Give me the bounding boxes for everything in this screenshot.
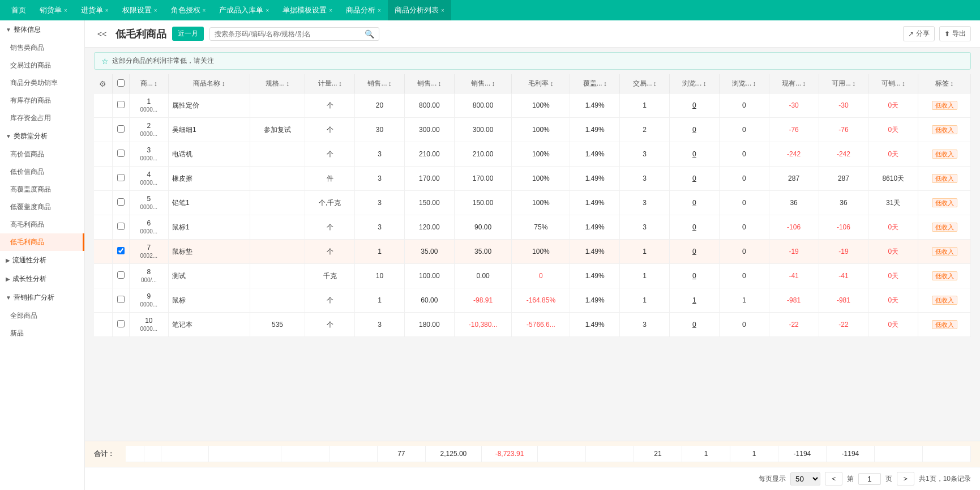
sidebar-item-new-products[interactable]: 新品 [0,325,84,342]
row-views1[interactable]: 1 [669,288,719,313]
row-views1[interactable]: 0 [669,240,719,264]
col-available-header[interactable]: 可用...↕ [819,74,868,93]
close-icon[interactable]: × [329,7,332,14]
col-sales-profit-header[interactable]: 销售...↕ [454,74,512,93]
col-sales-price-header[interactable]: 销售...↕ [404,74,454,93]
search-icon[interactable]: 🔍 [365,29,374,39]
row-checkbox-cell[interactable] [112,93,129,118]
row-checkbox-cell[interactable] [112,215,129,240]
date-filter-button[interactable]: 近一月 [172,27,204,41]
col-name-header[interactable]: 商品名称↕ [169,74,250,93]
sidebar-item-traded-products[interactable]: 交易过的商品 [0,57,84,74]
sidebar-item-stock-capital[interactable]: 库存资金占用 [0,109,84,127]
sidebar-item-low-margin[interactable]: 低毛利商品 [0,233,84,251]
sidebar-item-stocked-products[interactable]: 有库存的商品 [0,92,84,109]
row-checkbox-cell[interactable] [112,313,129,337]
col-settings-header[interactable]: ⚙ [94,74,112,93]
sidebar-section-growth[interactable]: ▶ 成长性分析 [0,270,84,288]
sidebar-section-marketing[interactable]: ▼ 营销推广分析 [0,288,84,307]
share-button[interactable]: ↗ 分享 [903,26,935,41]
row-views1[interactable]: 0 [669,313,719,337]
col-code-header[interactable]: 商...↕ [129,74,169,93]
col-transactions-header[interactable]: 交易...↕ [620,74,670,93]
col-gross-rate-header[interactable]: 毛利率↕ [512,74,570,93]
close-icon[interactable]: × [266,7,269,14]
close-icon[interactable]: × [378,7,381,14]
nav-role-auth[interactable]: 角色授权× [164,0,213,20]
row-checkbox[interactable] [117,247,125,254]
close-icon[interactable]: × [105,7,109,14]
row-code: 20000... [129,118,169,142]
nav-purchase-order[interactable]: 进货单× [74,0,115,20]
nav-permissions[interactable]: 权限设置× [115,0,164,20]
sidebar-item-high-value[interactable]: 高价值商品 [0,146,84,163]
sidebar-section-cluster[interactable]: ▼ 类群堂分析 [0,127,84,146]
row-views1[interactable]: 0 [669,118,719,142]
row-checkbox-cell[interactable] [112,118,129,142]
sidebar-item-low-coverage[interactable]: 低覆盖度商品 [0,198,84,216]
row-checkbox[interactable] [117,101,125,108]
row-checkbox[interactable] [117,223,125,230]
next-page-button[interactable]: ＞ [897,472,914,485]
collapse-sidebar-button[interactable]: << [94,29,110,39]
nav-product-warehousing[interactable]: 产成品入库单× [212,0,276,20]
search-input[interactable] [215,30,365,38]
row-checkbox-cell[interactable] [112,240,129,264]
row-views1[interactable]: 0 [669,167,719,191]
row-views1[interactable]: 0 [669,93,719,118]
nav-home[interactable]: 首页 [5,0,33,20]
row-checkbox[interactable] [117,125,125,133]
export-button[interactable]: ⬆ 导出 [939,26,971,41]
sidebar-section-circulation[interactable]: ▶ 流通性分析 [0,251,84,270]
row-sales-profit: -10,380... [454,313,512,337]
row-checkbox[interactable] [117,174,125,181]
row-checkbox[interactable] [117,296,125,303]
col-coverage-header[interactable]: 覆盖...↕ [570,74,620,93]
sidebar-item-high-margin[interactable]: 高毛利商品 [0,216,84,233]
prev-page-button[interactable]: ＜ [825,472,842,485]
sidebar-item-low-value[interactable]: 低价值商品 [0,163,84,181]
col-checkbox-header[interactable] [112,74,129,93]
sidebar-item-category-rate[interactable]: 商品分类助销率 [0,74,84,92]
row-views1[interactable]: 0 [669,264,719,288]
col-tag-header[interactable]: 标签↕ [918,74,971,93]
col-unit-header[interactable]: 计量...↕ [305,74,355,93]
row-views1[interactable]: 0 [669,191,719,215]
row-checkbox[interactable] [117,271,125,279]
select-all-checkbox[interactable] [117,79,125,87]
close-icon[interactable]: × [203,7,206,14]
col-sellable-header[interactable]: 可销...↕ [868,74,918,93]
row-sales-qty: 3 [355,313,405,337]
nav-template-settings[interactable]: 单据模板设置× [276,0,339,20]
row-checkbox[interactable] [117,150,125,157]
col-sales-qty-header[interactable]: 销售...↕ [355,74,405,93]
sidebar-section-overall[interactable]: ▼ 整体信息 [0,20,84,39]
row-checkbox-cell[interactable] [112,264,129,288]
row-coverage: 1.49% [570,313,620,337]
row-checkbox-cell[interactable] [112,142,129,167]
col-views2-header[interactable]: 浏览...↕ [719,74,769,93]
sidebar-item-high-coverage[interactable]: 高覆盖度商品 [0,181,84,198]
nav-product-analysis-list[interactable]: 商品分析列表× [388,0,451,20]
sidebar-item-all-products[interactable]: 全部商品 [0,307,84,325]
row-settings [94,142,112,167]
page-number-input[interactable]: 1 [858,473,881,485]
nav-sales-order[interactable]: 销货单× [33,0,74,20]
row-checkbox-cell[interactable] [112,288,129,313]
chevron-down-icon: ▼ [6,133,11,139]
col-views1-header[interactable]: 浏览...↕ [669,74,719,93]
row-views1[interactable]: 0 [669,142,719,167]
col-current-stock-header[interactable]: 现有...↕ [769,74,819,93]
per-page-select[interactable]: 50 20 100 [790,472,820,485]
row-checkbox-cell[interactable] [112,167,129,191]
close-icon[interactable]: × [64,7,67,14]
row-checkbox[interactable] [117,198,125,206]
col-spec-header[interactable]: 规格...↕ [250,74,305,93]
row-checkbox[interactable] [117,320,125,327]
row-views1[interactable]: 0 [669,215,719,240]
row-checkbox-cell[interactable] [112,191,129,215]
sidebar-item-sales-products[interactable]: 销售类商品 [0,39,84,57]
nav-product-analysis[interactable]: 商品分析× [339,0,388,20]
close-icon[interactable]: × [154,7,157,14]
close-icon[interactable]: × [441,7,444,14]
